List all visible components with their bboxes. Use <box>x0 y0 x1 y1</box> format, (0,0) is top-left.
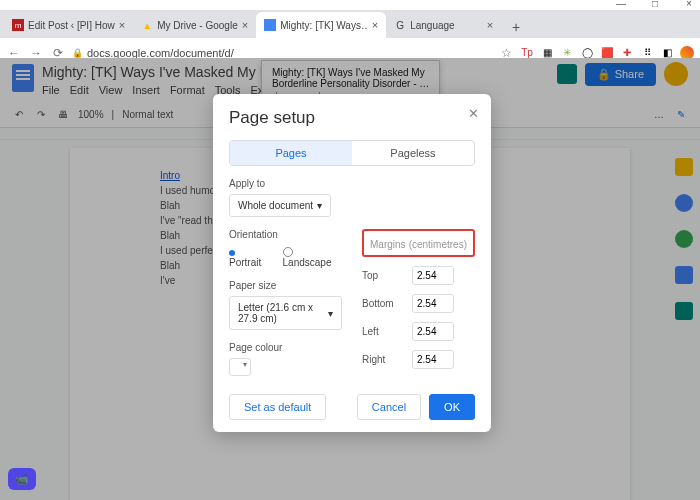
margins-label: Margins (centimetres) <box>370 238 467 250</box>
tab-close-icon[interactable]: × <box>372 19 378 31</box>
radio-label: Landscape <box>283 257 332 268</box>
window-minimize[interactable]: — <box>614 0 628 12</box>
lock-icon: 🔒 <box>72 48 83 58</box>
apply-to-value: Whole document <box>238 200 313 211</box>
dialog-close-icon[interactable]: ✕ <box>468 106 479 121</box>
tab-strip: m Edit Post ‹ [PI] How × ▲ My Drive - Go… <box>0 10 700 38</box>
url-text: docs.google.com/document/d/ <box>87 47 234 59</box>
cancel-button[interactable]: Cancel <box>357 394 421 420</box>
margin-top-input[interactable] <box>412 266 454 285</box>
caret-down-icon: ▾ <box>328 308 333 319</box>
tab-pages[interactable]: Pages <box>230 141 352 165</box>
url-field[interactable]: 🔒 docs.google.com/document/d/ <box>72 47 492 59</box>
favicon <box>264 19 276 31</box>
margin-right-label: Right <box>362 354 402 365</box>
radio-portrait[interactable]: Portrait <box>229 246 269 268</box>
favicon: G <box>394 19 406 31</box>
browser-tab-0[interactable]: m Edit Post ‹ [PI] How × <box>4 12 133 38</box>
margin-bottom-label: Bottom <box>362 298 402 309</box>
favicon: ▲ <box>141 19 153 31</box>
browser-tab-2[interactable]: Mighty: [TK] Ways… × <box>256 12 386 38</box>
apply-to-select[interactable]: Whole document▾ <box>229 194 331 217</box>
window-close[interactable]: × <box>682 0 696 12</box>
window-maximize[interactable]: □ <box>648 0 662 12</box>
paper-size-select[interactable]: Letter (21.6 cm x 27.9 cm)▾ <box>229 296 342 330</box>
tab-title: My Drive - Google <box>157 20 238 31</box>
set-default-button[interactable]: Set as default <box>229 394 326 420</box>
tab-pageless[interactable]: Pageless <box>352 141 474 165</box>
tab-close-icon[interactable]: × <box>119 19 125 31</box>
margins-heading-highlight: Margins (centimetres) <box>362 229 475 257</box>
pages-tabs: Pages Pageless <box>229 140 475 166</box>
browser-tab-3[interactable]: G Language × <box>386 12 501 38</box>
orientation-label: Orientation <box>229 229 342 240</box>
page-color-label: Page colour <box>229 342 342 353</box>
tab-close-icon[interactable]: × <box>487 19 493 31</box>
tab-title: Edit Post ‹ [PI] How <box>28 20 115 31</box>
paper-size-label: Paper size <box>229 280 342 291</box>
tab-title: Mighty: [TK] Ways… <box>280 20 368 31</box>
paper-size-value: Letter (21.6 cm x 27.9 cm) <box>238 302 324 324</box>
ok-button[interactable]: OK <box>429 394 475 420</box>
tab-title: Language <box>410 20 483 31</box>
apply-to-label: Apply to <box>229 178 475 189</box>
caret-down-icon: ▾ <box>317 200 322 211</box>
radio-landscape[interactable]: Landscape <box>283 246 342 268</box>
new-tab-button[interactable]: + <box>505 16 527 38</box>
margin-bottom-input[interactable] <box>412 294 454 313</box>
margin-right-input[interactable] <box>412 350 454 369</box>
margin-top-label: Top <box>362 270 402 281</box>
dialog-title: Page setup <box>229 108 475 128</box>
tab-close-icon[interactable]: × <box>242 19 248 31</box>
page-setup-dialog: Page setup ✕ Pages Pageless Apply to Who… <box>213 94 491 432</box>
floating-video-icon[interactable]: 📹 <box>8 468 36 490</box>
browser-tab-1[interactable]: ▲ My Drive - Google × <box>133 12 256 38</box>
favicon: m <box>12 19 24 31</box>
page-color-select[interactable] <box>229 358 251 376</box>
margin-left-input[interactable] <box>412 322 454 341</box>
radio-label: Portrait <box>229 257 261 268</box>
margin-left-label: Left <box>362 326 402 337</box>
